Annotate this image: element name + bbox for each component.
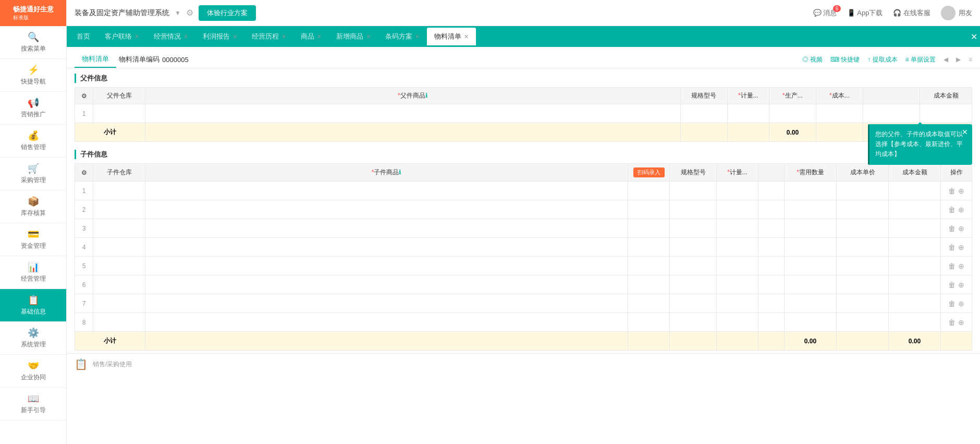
copy-icon[interactable]: ⊕ <box>958 262 964 270</box>
close-icon[interactable]: ✕ <box>366 33 371 40</box>
shortcut-action[interactable]: ⌨ 快捷键 <box>830 55 860 64</box>
subtab-bom-list[interactable]: 物料清单 <box>75 51 116 68</box>
tab-add-goods[interactable]: 新增商品✕ <box>329 28 378 45</box>
sidebar-item-enterprise[interactable]: 🤝 企业协同 <box>0 355 66 388</box>
sidebar-item-marketing[interactable]: 📢 营销推广 <box>0 92 66 125</box>
parent-spec-cell[interactable] <box>680 104 727 123</box>
child-qty-6[interactable] <box>785 275 837 294</box>
child-unit-5[interactable] <box>717 257 758 275</box>
child-unit-8[interactable] <box>717 313 758 332</box>
child-spec-5[interactable] <box>670 257 717 275</box>
child-product-3[interactable] <box>145 219 628 238</box>
parent-warehouse-cell[interactable] <box>93 104 145 123</box>
sidebar-item-sales[interactable]: 💰 销售管理 <box>0 125 66 158</box>
sidebar-item-guide[interactable]: 📖 新手引导 <box>0 388 66 421</box>
nav-prev-icon[interactable]: ◀ <box>944 56 948 63</box>
child-qty-5[interactable] <box>785 257 837 275</box>
delete-icon[interactable]: 🗑 <box>948 206 956 214</box>
close-icon[interactable]: ✕ <box>281 33 286 40</box>
child-warehouse-3[interactable] <box>93 219 145 238</box>
child-warehouse-4[interactable] <box>93 238 145 257</box>
child-product-1[interactable] <box>145 182 628 200</box>
child-product-2[interactable] <box>145 200 628 219</box>
close-all-tabs-button[interactable]: ✕ <box>971 32 977 42</box>
close-icon[interactable]: ✕ <box>183 33 188 40</box>
child-unit-6[interactable] <box>717 275 758 294</box>
close-icon[interactable]: ✕ <box>232 33 237 40</box>
message-button[interactable]: 💬 消息 6 <box>813 8 837 18</box>
child-unit-7[interactable] <box>717 294 758 313</box>
child-qty-1[interactable] <box>785 182 837 200</box>
child-product-5[interactable] <box>145 257 628 275</box>
extract-cost-action[interactable]: ↑ 提取成本 <box>867 55 897 64</box>
tab-profit[interactable]: 利润报告✕ <box>195 28 244 45</box>
child-product-4[interactable] <box>145 238 628 257</box>
sidebar-item-purchase[interactable]: 🛒 采购管理 <box>0 158 66 190</box>
child-warehouse-1[interactable] <box>93 182 145 200</box>
tooltip-close-button[interactable]: ✕ <box>962 126 968 138</box>
delete-icon[interactable]: 🗑 <box>948 243 956 251</box>
child-qty-4[interactable] <box>785 238 837 257</box>
app-download-button[interactable]: 📱 App下载 <box>847 8 883 18</box>
sidebar-item-basic[interactable]: 📋 基础信息 <box>0 289 66 322</box>
copy-icon[interactable]: ⊕ <box>958 224 964 233</box>
child-qty-3[interactable] <box>785 219 837 238</box>
child-spec-7[interactable] <box>670 294 717 313</box>
scan-input-button[interactable]: 扫码录入 <box>633 167 665 177</box>
sidebar-item-inventory[interactable]: 📦 库存核算 <box>0 190 66 223</box>
copy-icon[interactable]: ⊕ <box>958 281 964 289</box>
tab-bom[interactable]: 物料清单✕ <box>427 28 476 45</box>
trial-button[interactable]: 体验行业方案 <box>199 5 256 21</box>
copy-icon[interactable]: ⊕ <box>958 299 964 308</box>
copy-icon[interactable]: ⊕ <box>958 206 964 214</box>
child-warehouse-5[interactable] <box>93 257 145 275</box>
tab-customer[interactable]: 客户联络✕ <box>97 28 146 45</box>
child-warehouse-8[interactable] <box>93 313 145 332</box>
online-service-button[interactable]: 🎧 在线客服 <box>893 8 930 18</box>
sidebar-item-system[interactable]: ⚙️ 系统管理 <box>0 322 66 355</box>
copy-icon[interactable]: ⊕ <box>958 318 964 327</box>
child-warehouse-2[interactable] <box>93 200 145 219</box>
parent-cost-cell[interactable] <box>816 104 863 123</box>
delete-icon[interactable]: 🗑 <box>948 262 956 270</box>
child-spec-8[interactable] <box>670 313 717 332</box>
sidebar-item-quicknav[interactable]: ⚡ 快捷导航 <box>0 59 66 92</box>
child-product-6[interactable] <box>145 275 628 294</box>
child-unit-3[interactable] <box>717 219 758 238</box>
parent-production-cell[interactable] <box>769 104 816 123</box>
video-action[interactable]: ◎ 视频 <box>802 55 823 64</box>
child-unit-1[interactable] <box>717 182 758 200</box>
parent-product-cell[interactable] <box>145 104 681 123</box>
child-warehouse-7[interactable] <box>93 294 145 313</box>
parent-unit-cell[interactable] <box>727 104 769 123</box>
child-qty-7[interactable] <box>785 294 837 313</box>
user-menu[interactable]: 用友 <box>941 6 972 20</box>
tab-operations[interactable]: 经营情况✕ <box>146 28 195 45</box>
tab-history[interactable]: 经营历程✕ <box>244 28 293 45</box>
child-spec-4[interactable] <box>670 238 717 257</box>
close-icon[interactable]: ✕ <box>415 33 420 40</box>
child-warehouse-6[interactable] <box>93 275 145 294</box>
copy-icon[interactable]: ⊕ <box>958 187 964 195</box>
tab-goods[interactable]: 商品✕ <box>293 28 329 45</box>
delete-icon[interactable]: 🗑 <box>948 224 956 233</box>
tab-home[interactable]: 首页 <box>69 28 97 45</box>
child-qty-2[interactable] <box>785 200 837 219</box>
settings-gear-icon[interactable]: ⚙ <box>186 8 193 18</box>
child-unit-4[interactable] <box>717 238 758 257</box>
sidebar-item-operations[interactable]: 📊 经营管理 <box>0 256 66 289</box>
delete-icon[interactable]: 🗑 <box>948 299 956 308</box>
child-product-7[interactable] <box>145 294 628 313</box>
nav-list-icon[interactable]: ≡ <box>969 56 972 63</box>
doc-settings-action[interactable]: ≡ 单据设置 <box>905 55 936 64</box>
nav-next-icon[interactable]: ▶ <box>956 56 961 63</box>
close-icon[interactable]: ✕ <box>134 33 139 40</box>
sidebar-item-finance[interactable]: 💳 资金管理 <box>0 223 66 256</box>
close-icon[interactable]: ✕ <box>464 33 469 40</box>
child-qty-8[interactable] <box>785 313 837 332</box>
copy-icon[interactable]: ⊕ <box>958 243 964 251</box>
tab-barcode[interactable]: 条码方案✕ <box>378 28 427 45</box>
delete-icon[interactable]: 🗑 <box>948 187 956 195</box>
child-spec-6[interactable] <box>670 275 717 294</box>
child-unit-2[interactable] <box>717 200 758 219</box>
